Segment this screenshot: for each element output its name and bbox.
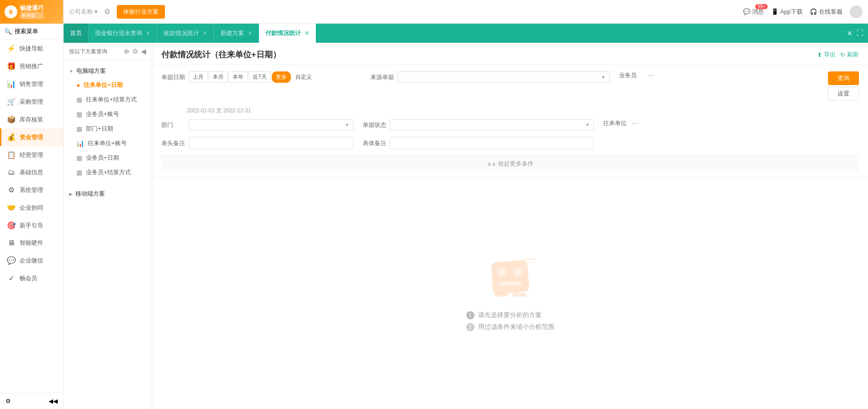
notifications-badge: 99+ xyxy=(755,4,768,9)
hardware-label: 智能硬件 xyxy=(20,239,43,247)
sidebar-item-weixin[interactable]: 💬 企业微信 xyxy=(0,252,63,269)
solutions-settings-icon[interactable]: ⚙ xyxy=(132,47,138,56)
dept-select[interactable]: ▾ xyxy=(189,119,354,131)
query-button[interactable]: 查询 xyxy=(828,71,859,85)
date-custom[interactable]: 自定义 xyxy=(292,72,315,82)
source-select[interactable]: ▾ xyxy=(398,71,610,83)
svg-point-1 xyxy=(498,268,507,277)
date-this-year[interactable]: 本年 xyxy=(229,71,248,83)
solution-item-dept-date[interactable]: ▦ 部门+日期 xyxy=(64,121,152,136)
sidebar-item-hardware[interactable]: 🖥 智能硬件 xyxy=(0,234,63,252)
staff-account-label: 业务员+账号 xyxy=(86,110,119,118)
sidebar-item-operations[interactable]: 📋 经营管理 xyxy=(0,146,63,164)
topbar-settings-icon[interactable]: ⚙ xyxy=(102,5,112,18)
empty-tip-2: 2 用过滤条件来缩小分析范围 xyxy=(466,323,554,331)
tabbar: 首页 现金银行流水查询 ✕ 收款情况统计 ✕ 新建方案 ✕ 付款情况统计 ✕ ✕… xyxy=(64,24,868,43)
weixin-label: 企业微信 xyxy=(20,257,43,265)
sidebar-item-system[interactable]: ⚙ 系统管理 xyxy=(0,181,63,199)
vip-label: 畅会员 xyxy=(20,274,37,283)
solutions-collapse-icon[interactable]: ◀ xyxy=(141,47,146,56)
doc-status-select[interactable]: ▾ xyxy=(390,119,594,131)
purchase-icon: 🛒 xyxy=(7,97,16,106)
tab-close-bank-flow[interactable]: ✕ xyxy=(146,30,150,36)
page-title: 付款情况统计（往来单位+日期） xyxy=(161,49,281,60)
tab-close-payments[interactable]: ✕ xyxy=(304,30,309,36)
export-button[interactable]: ⬆ 导出 xyxy=(817,50,836,59)
topbar-right: 💬 消息 99+ 📱 App下载 🎧 在线客服 xyxy=(743,5,863,18)
tab-new-plan[interactable]: 新建方案 ✕ xyxy=(214,24,259,43)
staff-label: 业务员 xyxy=(619,71,643,80)
tab-close-new-plan[interactable]: ✕ xyxy=(248,30,252,36)
tab-close-receipts[interactable]: ✕ xyxy=(203,30,207,36)
sidebar-item-purchase[interactable]: 🛒 采购管理 xyxy=(0,93,63,111)
date-last-7days[interactable]: 近7天 xyxy=(249,71,271,83)
operations-label: 经营管理 xyxy=(20,151,43,159)
solution-item-staff-settlement[interactable]: ▦ 业务员+结算方式 xyxy=(64,165,152,180)
solution-item-unit-account[interactable]: 📊 往来单位+账号 xyxy=(64,136,152,151)
company-name[interactable]: 公司名称 ▾ xyxy=(69,8,98,16)
svg-rect-0 xyxy=(490,259,529,294)
sidebar-item-inventory[interactable]: 📦 库存核算 xyxy=(0,111,63,128)
date-last-month[interactable]: 上月 xyxy=(189,71,208,83)
logo-text-area: 畅捷通巧 标准版 xyxy=(20,5,44,20)
tabbar-right: ✕ ⛶ xyxy=(842,24,868,43)
sidebar-item-capital[interactable]: 💰 资金管理 xyxy=(0,128,63,146)
system-icon: ⚙ xyxy=(7,186,16,194)
tab-receipts[interactable]: 收款情况统计 ✕ xyxy=(157,24,214,43)
page-content: 按以下方案查询 ⊕ ⚙ ◀ ▼ 电脑端方案 ● 往来单位+日期 ▦ xyxy=(64,43,868,409)
mobile-section-header[interactable]: ▶ 移动端方案 xyxy=(64,187,152,201)
add-solution-icon[interactable]: ⊕ xyxy=(124,47,130,56)
empty-state: 1 请先选择要分析的方案 2 用过滤条件来缩小分析范围 xyxy=(152,178,868,409)
body-notes-input[interactable] xyxy=(390,137,594,149)
settings-button[interactable]: 设置 xyxy=(828,87,859,101)
doc-status-chevron-icon: ▾ xyxy=(586,122,589,128)
solution-item-unit-settlement[interactable]: ▦ 往来单位+结算方式 xyxy=(64,92,152,107)
tab-payments[interactable]: 付款情况统计 ✕ xyxy=(259,24,316,43)
date-this-month[interactable]: 本月 xyxy=(209,71,228,83)
sidebar-item-guide[interactable]: 🎯 新手引导 xyxy=(0,217,63,234)
sidebar-item-marketing[interactable]: 🎁 营销推广 xyxy=(0,57,63,75)
sidebar-header: 6 畅捷通巧 标准版 xyxy=(0,0,63,24)
sidebar-item-vip[interactable]: ✓ 畅会员 xyxy=(0,269,63,287)
tab-home[interactable]: 首页 xyxy=(64,24,89,43)
body-notes-label: 表体备注 xyxy=(363,139,386,147)
solution-item-staff-account[interactable]: ▦ 业务员+账号 xyxy=(64,107,152,121)
desktop-section-header[interactable]: ▼ 电脑端方案 xyxy=(64,64,152,78)
related-unit-ellipsis[interactable]: ··· xyxy=(630,119,640,127)
search-menu[interactable]: 🔍 搜索菜单 xyxy=(0,24,63,40)
tip-num-1: 1 xyxy=(466,311,474,319)
page-title-actions: ⬆ 导出 ↻ 刷新 xyxy=(817,50,859,59)
refresh-button[interactable]: ↻ 刷新 xyxy=(840,50,859,59)
customer-service[interactable]: 🎧 在线客服 xyxy=(810,8,843,16)
capital-label: 资金管理 xyxy=(20,133,43,141)
solution-item-unit-date[interactable]: ● 往来单位+日期 xyxy=(64,78,152,92)
collapse-more-btn[interactable]: ∧∧ 收起更多条件 xyxy=(487,160,534,168)
guide-icon: 🎯 xyxy=(7,221,16,230)
weixin-icon: 💬 xyxy=(7,256,16,265)
date-more[interactable]: 更多 xyxy=(272,71,291,83)
sidebar-item-quick-nav[interactable]: ⚡ 快捷导航 xyxy=(0,40,63,57)
tab-bank-flow[interactable]: 现金银行流水查询 ✕ xyxy=(89,24,157,43)
user-avatar[interactable] xyxy=(850,5,863,18)
filter-group-related-unit: 往来单位 ··· xyxy=(603,119,795,127)
footer-settings-icon[interactable]: ⚙ xyxy=(5,398,11,404)
collapse-bar: ∧∧ 收起更多条件 xyxy=(161,156,859,172)
app-download[interactable]: 📱 App下载 xyxy=(771,8,803,16)
svg-rect-3 xyxy=(499,282,522,285)
staff-ellipsis[interactable]: ··· xyxy=(646,71,656,80)
header-notes-input[interactable] xyxy=(189,137,354,149)
sales-icon: 📊 xyxy=(7,80,16,88)
empty-illustration xyxy=(483,257,538,302)
solution-item-staff-date[interactable]: ▦ 业务员+日期 xyxy=(64,151,152,165)
trial-button[interactable]: 体验行业方案 xyxy=(117,5,165,19)
notifications[interactable]: 💬 消息 99+ xyxy=(743,8,764,16)
footer-collapse-icon[interactable]: ◀◀ xyxy=(49,398,58,404)
page-title-bar: 付款情况统计（往来单位+日期） ⬆ 导出 ↻ 刷新 xyxy=(152,43,868,65)
sidebar-item-enterprise[interactable]: 🤝 企业协同 xyxy=(0,199,63,217)
svg-rect-6 xyxy=(524,259,535,260)
sidebar-item-basic-info[interactable]: 🗂 基础信息 xyxy=(0,164,63,181)
mobile-toggle-icon: ▶ xyxy=(69,192,73,197)
close-all-tabs-icon[interactable]: ✕ xyxy=(847,29,853,38)
maximize-icon[interactable]: ⛶ xyxy=(856,29,863,37)
sidebar-item-sales[interactable]: 📊 销售管理 xyxy=(0,75,63,93)
